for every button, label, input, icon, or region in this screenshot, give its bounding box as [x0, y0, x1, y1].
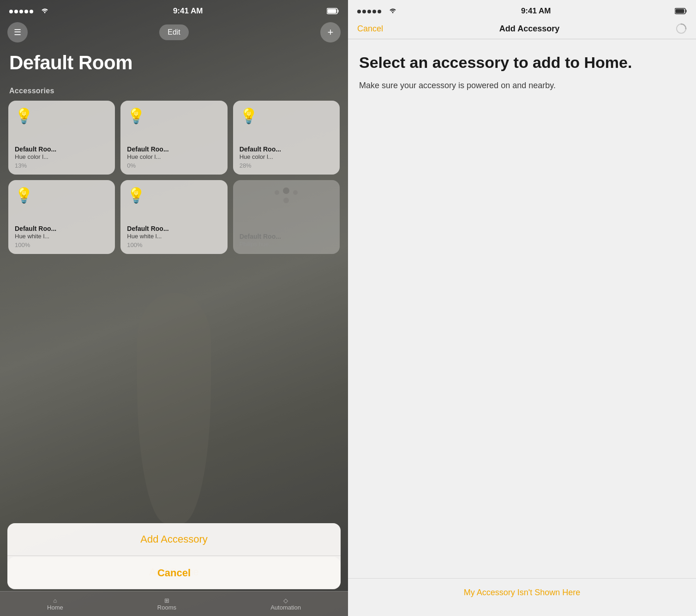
svg-rect-5: [676, 9, 684, 13]
add-subtext: Make sure your accessory is powered on a…: [359, 79, 581, 92]
bulb-icon-2: 💡: [127, 107, 221, 125]
left-panel: 9:41 AM ☰ Edit + Default Room Accessorie…: [0, 0, 348, 616]
accessory-type-3: Hue color l...: [240, 153, 333, 161]
cancel-sheet-button[interactable]: Cancel: [7, 557, 341, 589]
hub-icon-6: [240, 187, 333, 203]
accessory-name-5: Default Roo...: [127, 224, 221, 233]
spacer: [348, 323, 696, 579]
plus-icon: +: [328, 27, 334, 37]
right-panel: 9:41 AM Cancel Add Accessory Select an a…: [348, 0, 696, 616]
accessory-pct-5: 100%: [127, 242, 221, 248]
accessory-card-5[interactable]: 💡 Default Roo... Hue white l... 100%: [120, 180, 227, 254]
rooms-icon: ⊞: [157, 597, 176, 604]
accessory-name-6: Default Roo...: [240, 232, 333, 241]
list-button[interactable]: ☰: [7, 22, 28, 42]
signal-dots-right: [357, 7, 397, 15]
home-icon: ⌂: [47, 597, 63, 604]
accessory-pct-1: 13%: [15, 162, 108, 169]
time-right: 9:41 AM: [521, 6, 551, 16]
svg-point-7: [680, 24, 682, 25]
status-icons-left: [327, 8, 339, 14]
wifi-icon: [41, 7, 49, 13]
accessories-section-label: Accessories: [0, 78, 348, 101]
my-accessory-link[interactable]: My Accessory Isn't Shown Here: [348, 578, 696, 616]
accessory-pct-2: 0%: [127, 162, 221, 169]
status-bar-left: 9:41 AM: [0, 0, 348, 18]
right-content: Select an accessory to add to Home. Make…: [348, 39, 696, 323]
edit-button[interactable]: Edit: [159, 24, 189, 40]
tab-automation[interactable]: ◇ Automation: [270, 597, 301, 611]
accessory-pct-3: 28%: [240, 162, 333, 169]
cancel-button[interactable]: Cancel: [357, 24, 383, 34]
accessory-name-3: Default Roo...: [240, 145, 333, 153]
tab-automation-label: Automation: [270, 604, 301, 611]
accessory-name-1: Default Roo...: [15, 145, 108, 153]
tab-home-label: Home: [47, 604, 63, 611]
accessory-card-4[interactable]: 💡 Default Roo... Hue white l... 100%: [8, 180, 115, 254]
accessory-type-1: Hue color l...: [15, 153, 108, 161]
accessory-card-2[interactable]: 💡 Default Roo... Hue color l... 0%: [120, 101, 227, 175]
edit-label: Edit: [168, 28, 180, 36]
list-icon: ☰: [14, 27, 21, 37]
tab-home[interactable]: ⌂ Home: [47, 597, 63, 611]
action-sheet-cancel-container: Cancel: [7, 557, 341, 589]
page-title: Default Room: [0, 46, 348, 78]
bulb-icon-1: 💡: [15, 107, 108, 125]
accessory-type-5: Hue white l...: [127, 233, 221, 241]
accessory-type-4: Hue white l...: [15, 233, 108, 241]
nav-title: Add Accessory: [499, 24, 559, 34]
accessory-card-6[interactable]: Default Roo... Philips hue...: [233, 180, 340, 254]
add-accessory-button[interactable]: Add Accessory: [7, 523, 341, 556]
automation-icon: ◇: [270, 597, 301, 604]
bulb-icon-3: 💡: [240, 107, 333, 125]
accessory-pct-4: 100%: [15, 242, 108, 248]
add-button[interactable]: +: [320, 22, 341, 42]
nav-bar-right: Cancel Add Accessory: [348, 18, 696, 39]
accessory-type-2: Hue color l...: [127, 153, 221, 161]
add-heading: Select an accessory to add to Home.: [359, 53, 685, 72]
nav-bar-left: ☰ Edit +: [0, 18, 348, 46]
accessories-grid: 💡 Default Roo... Hue color l... 13% 💡 De…: [0, 101, 348, 254]
tab-rooms[interactable]: ⊞ Rooms: [157, 597, 176, 611]
status-icons-right: [675, 8, 687, 14]
svg-rect-4: [686, 10, 687, 12]
accessory-name-2: Default Roo...: [127, 145, 221, 153]
accessory-type-6: Philips hue...: [240, 241, 333, 248]
accessory-name-4: Default Roo...: [15, 224, 108, 233]
time-left: 9:41 AM: [173, 6, 203, 16]
svg-rect-1: [338, 10, 339, 12]
tab-rooms-label: Rooms: [157, 604, 176, 611]
accessory-card-3[interactable]: 💡 Default Roo... Hue color l... 28%: [233, 101, 340, 175]
status-bar-right: 9:41 AM: [348, 0, 696, 18]
signal-dots: [9, 7, 49, 15]
accessory-card-1[interactable]: 💡 Default Roo... Hue color l... 13%: [8, 101, 115, 175]
svg-point-8: [685, 28, 686, 30]
wifi-icon-right: [389, 7, 397, 13]
bottom-link-label: My Accessory Isn't Shown Here: [464, 588, 581, 597]
bulb-icon-5: 💡: [127, 187, 221, 204]
bulb-icon-4: 💡: [15, 187, 108, 204]
tab-bar: ⌂ Home ⊞ Rooms ◇ Automation: [0, 591, 348, 616]
battery-left: [327, 8, 339, 14]
battery-right: [675, 8, 687, 14]
svg-rect-2: [328, 9, 336, 13]
loading-spinner: [676, 23, 687, 34]
